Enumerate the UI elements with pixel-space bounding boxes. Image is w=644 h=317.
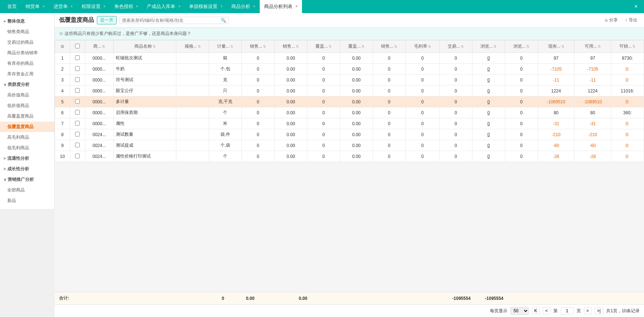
row-checkbox[interactable] xyxy=(70,151,85,162)
nav-item-template[interactable]: 单据模板设置 × xyxy=(185,0,227,13)
col-cover1[interactable]: 覆盖...⇅ xyxy=(307,40,340,53)
col-margin[interactable]: 毛利率⇅ xyxy=(405,40,439,53)
row-checkbox[interactable] xyxy=(70,96,85,107)
sidebar-item-low-margin[interactable]: 低毛利商品 xyxy=(0,143,54,153)
next-page-button[interactable]: > xyxy=(584,307,592,314)
sidebar-item-low-coverage[interactable]: 低覆盖度商品 xyxy=(0,122,54,132)
search-icon[interactable]: 🔍 xyxy=(221,18,226,23)
sidebar-section-circulation[interactable]: > 流通性分析 xyxy=(0,153,54,164)
col-sales2[interactable]: 销售...⇅ xyxy=(274,40,307,53)
sidebar-section-growth[interactable]: > 成长性分析 xyxy=(0,164,54,174)
sidebar-item-high-coverage[interactable]: 高覆盖度商品 xyxy=(0,111,54,122)
col-spec[interactable]: 规格...⇅ xyxy=(176,40,209,53)
sidebar-item-traded-products[interactable]: 交易过的商品 xyxy=(0,37,54,48)
col-settings[interactable]: ⚙ xyxy=(55,40,70,53)
row-stock1: 1224 xyxy=(538,86,574,96)
table-row: 20000...牛奶个,包00.0000.0000000-7105-71050: xyxy=(55,64,644,75)
time-filter-button[interactable]: 近一月 xyxy=(97,16,117,24)
nav-close-template[interactable]: × xyxy=(220,0,223,13)
row-browse1: 0 xyxy=(472,129,505,140)
nav-close-purchase[interactable]: × xyxy=(71,0,73,13)
row-checkbox[interactable] xyxy=(70,64,85,75)
select-all-checkbox[interactable] xyxy=(75,44,80,48)
nav-item-finished-goods[interactable]: 产成品入库单 × xyxy=(142,0,185,13)
table-row: 70000...属性米00.0000.0000000-31-310: xyxy=(55,118,644,129)
collapse-overall-icon: « xyxy=(4,19,6,23)
nav-item-product-analysis[interactable]: 商品分析 × xyxy=(227,0,260,13)
nav-close-finished[interactable]: × xyxy=(178,0,180,13)
nav-item-roles[interactable]: 角色授权 × xyxy=(110,0,143,13)
col-browse2[interactable]: 浏览...⇅ xyxy=(505,40,538,53)
sidebar-section-cluster[interactable]: ∨ 类群度分析 xyxy=(0,79,54,90)
col-stock1[interactable]: 现有...⇅ xyxy=(538,40,574,53)
row-browse2: 0 xyxy=(505,151,538,162)
sidebar-item-low-value[interactable]: 低价值商品 xyxy=(0,100,54,111)
row-margin: 0 xyxy=(405,151,439,162)
nav-close-analysis-list[interactable]: × xyxy=(295,0,298,13)
row-checkbox[interactable] xyxy=(70,129,85,140)
share-button[interactable]: ⎋ 分享 xyxy=(603,16,620,24)
nav-close-permissions[interactable]: × xyxy=(103,0,106,13)
row-checkbox[interactable] xyxy=(70,107,85,118)
row-unit: 个 xyxy=(209,107,242,118)
row-margin: 0 xyxy=(405,140,439,151)
nav-item-sales[interactable]: 销货单 × xyxy=(21,0,49,13)
col-checkbox[interactable] xyxy=(70,40,85,53)
col-stock2[interactable]: 可用...⇅ xyxy=(574,40,611,53)
row-checkbox[interactable] xyxy=(70,140,85,151)
window-close-button[interactable]: × xyxy=(631,1,641,12)
col-cover2[interactable]: 覆盖...⇅ xyxy=(340,40,373,53)
nav-close-analysis[interactable]: × xyxy=(253,0,255,13)
col-name[interactable]: 商品名称⇅ xyxy=(114,40,176,53)
col-code[interactable]: 商...⇅ xyxy=(85,40,113,53)
row-checkbox[interactable] xyxy=(70,53,85,64)
row-name: 旺辅批次测试 xyxy=(114,53,176,64)
sidebar-item-high-margin[interactable]: 高毛利商品 xyxy=(0,132,54,143)
sidebar-item-sales-products[interactable]: 销售类商品 xyxy=(0,27,54,37)
sidebar-item-new-products[interactable]: 新品 xyxy=(0,195,54,206)
sidebar-item-all-products[interactable]: 全部商品 xyxy=(0,185,54,195)
row-checkbox[interactable] xyxy=(70,118,85,129)
row-stock1: -1089510 xyxy=(538,96,574,107)
row-trade: 0 xyxy=(439,53,472,64)
nav-close-roles[interactable]: × xyxy=(136,0,138,13)
sidebar-item-category-sales-rate[interactable]: 商品分类动销率 xyxy=(0,48,54,58)
row-checkbox[interactable] xyxy=(70,75,85,86)
row-cover2: 0.00 xyxy=(340,64,373,75)
row-num: 4 xyxy=(55,86,70,96)
info-banner: ☆ 这些商品只有很少客户购买过，是推广不够，还是商品本身问题？ xyxy=(55,28,644,40)
export-button[interactable]: ↑ 导出 xyxy=(623,16,640,24)
col-sales3[interactable]: 销售...⇅ xyxy=(373,40,405,53)
prev-page-button[interactable]: < xyxy=(543,307,550,314)
sidebar-section-overall[interactable]: « 整体信息 xyxy=(0,16,54,27)
first-page-button[interactable]: K xyxy=(532,307,540,314)
row-trade: 0 xyxy=(439,118,472,129)
table-container: ⚙ 商...⇅ 商品名称⇅ 规格...⇅ 计量...⇅ 销售...⇅ 销售...… xyxy=(55,40,644,292)
sidebar-item-high-value[interactable]: 高价值商品 xyxy=(0,90,54,100)
nav-item-home[interactable]: 首页 xyxy=(3,0,21,13)
row-browse2: 0 xyxy=(505,86,538,96)
col-trade[interactable]: 交易...⇅ xyxy=(439,40,472,53)
col-stock3[interactable]: 可销...⇅ xyxy=(611,40,644,53)
info-banner-text: ☆ 这些商品只有很少客户购买过，是推广不够，还是商品本身问题？ xyxy=(59,31,191,37)
sidebar-item-stocked-products[interactable]: 有库存的商品 xyxy=(0,58,54,69)
row-browse2: 0 xyxy=(505,75,538,86)
last-page-button[interactable]: >| xyxy=(594,307,603,314)
nav-item-permissions[interactable]: 权限设置 × xyxy=(77,0,110,13)
nav-item-product-analysis-list[interactable]: 商品分析列表 × xyxy=(260,0,302,13)
sidebar-item-stock-capital[interactable]: 库存资金占用 xyxy=(0,69,54,79)
footer-stock2: -1095554 xyxy=(471,296,503,301)
col-unit[interactable]: 计量...⇅ xyxy=(209,40,242,53)
search-input[interactable] xyxy=(122,18,219,23)
nav-item-purchase[interactable]: 进货单 × xyxy=(49,0,77,13)
row-num: 3 xyxy=(55,75,70,86)
per-page-select[interactable]: 50 100 200 xyxy=(510,307,529,315)
row-cover2: 0.00 xyxy=(340,107,373,118)
row-checkbox[interactable] xyxy=(70,86,85,96)
row-sales3: 0 xyxy=(373,118,405,129)
col-sales1[interactable]: 销售...⇅ xyxy=(242,40,274,53)
sidebar-section-marketing[interactable]: ∨ 营销推广分析 xyxy=(0,174,54,185)
col-browse1[interactable]: 浏览...⇅ xyxy=(472,40,505,53)
nav-close-sales[interactable]: × xyxy=(43,0,45,13)
page-number-input[interactable] xyxy=(561,307,574,314)
